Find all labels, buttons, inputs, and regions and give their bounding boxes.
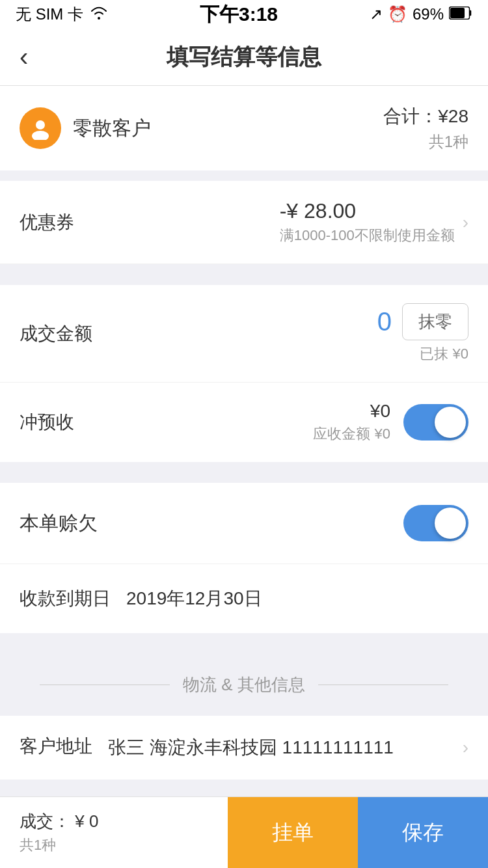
bottom-info: 成交： ¥ 0 共1种 xyxy=(0,810,228,855)
pre-received-toggle[interactable] xyxy=(403,404,468,441)
deal-label: 成交： xyxy=(20,811,70,831)
deal-amount: ¥ 0 xyxy=(75,811,98,831)
amount-row-inner: 0 抹零 xyxy=(314,303,468,340)
total-amount: 合计：¥28 xyxy=(383,104,468,129)
hold-label: 挂单 xyxy=(272,819,314,847)
pre-sub-amount: 应收金额 ¥0 xyxy=(313,424,390,444)
pre-received-label: 冲预收 xyxy=(20,410,74,435)
save-button[interactable]: 保存 xyxy=(358,797,488,869)
status-left: 无 SIM 卡 xyxy=(16,4,108,25)
content-area: 零散客户 合计：¥28 共1种 优惠券 -¥ 28.00 满1000-100不限… xyxy=(0,86,488,868)
pre-received-row: 冲预收 ¥0 应收金额 ¥0 xyxy=(0,383,488,462)
coupon-info: -¥ 28.00 满1000-100不限制使用金额 xyxy=(280,199,455,245)
location-icon: ↗ xyxy=(370,5,383,23)
back-button[interactable]: ‹ xyxy=(20,42,28,72)
due-date-label: 收款到期日 xyxy=(20,586,111,611)
battery-text: 69% xyxy=(413,5,444,23)
customer-name: 零散客户 xyxy=(73,115,151,142)
hold-button[interactable]: 挂单 xyxy=(228,797,358,869)
transaction-row: 成交金额 0 抹零 已抹 ¥0 xyxy=(0,285,488,383)
coupon-section[interactable]: 优惠券 -¥ 28.00 满1000-100不限制使用金额 › xyxy=(0,181,488,264)
divider-1 xyxy=(0,275,488,285)
debt-row: 本单赊欠 xyxy=(0,483,488,563)
debt-label: 本单赊欠 xyxy=(20,510,98,537)
divider-3 xyxy=(0,644,488,654)
bottom-count: 共1种 xyxy=(20,835,208,855)
debt-toggle-knob xyxy=(435,508,466,539)
toggle-knob xyxy=(435,407,466,438)
coupon-right: -¥ 28.00 满1000-100不限制使用金额 › xyxy=(280,199,468,245)
due-date-value: 2019年12月30日 xyxy=(126,586,262,611)
logistics-label: 物流 & 其他信息 xyxy=(183,673,305,696)
customer-right: 合计：¥28 共1种 xyxy=(383,104,468,152)
customer-section: 零散客户 合计：¥28 共1种 xyxy=(0,86,488,170)
customer-left: 零散客户 xyxy=(20,107,151,149)
debt-toggle[interactable] xyxy=(403,505,468,541)
round-button[interactable]: 抹零 xyxy=(402,303,468,340)
chevron-right-icon: › xyxy=(463,212,468,233)
address-value: 张三 海淀永丰科技园 11111111111 xyxy=(108,734,394,761)
address-label: 客户地址 xyxy=(20,734,92,759)
coupon-amount: -¥ 28.00 xyxy=(280,199,455,223)
already-rounded: 已抹 ¥0 xyxy=(420,344,468,364)
svg-point-3 xyxy=(32,131,49,140)
due-date-row: 收款到期日 2019年12月30日 xyxy=(0,563,488,633)
divider-2 xyxy=(0,472,488,483)
transaction-value[interactable]: 0 xyxy=(314,307,392,336)
bottom-bar: 成交： ¥ 0 共1种 挂单 保存 xyxy=(0,796,488,868)
back-icon: ‹ xyxy=(20,42,28,71)
coupon-label: 优惠券 xyxy=(20,210,74,235)
svg-point-2 xyxy=(36,120,45,129)
battery-icon xyxy=(449,5,472,23)
avatar xyxy=(20,107,61,149)
no-sim-text: 无 SIM 卡 xyxy=(16,4,83,25)
address-section[interactable]: 客户地址 张三 海淀永丰科技园 11111111111 › xyxy=(0,716,488,780)
status-right: ↗ ⏰ 69% xyxy=(370,5,472,23)
debt-section: 本单赊欠 收款到期日 2019年12月30日 xyxy=(0,483,488,633)
nav-bar: ‹ 填写结算等信息 xyxy=(0,29,488,86)
pre-received-right: ¥0 应收金额 ¥0 xyxy=(313,401,468,444)
pre-main-amount: ¥0 xyxy=(313,401,390,422)
transaction-label: 成交金额 xyxy=(20,321,92,346)
coupon-row[interactable]: 优惠券 -¥ 28.00 满1000-100不限制使用金额 › xyxy=(0,181,488,264)
bottom-deal: 成交： ¥ 0 xyxy=(20,810,208,833)
svg-rect-1 xyxy=(450,8,465,18)
pre-amounts: ¥0 应收金额 ¥0 xyxy=(313,401,390,444)
wifi-icon xyxy=(90,5,108,23)
address-chevron-icon: › xyxy=(463,737,468,758)
status-time: 下午3:18 xyxy=(200,1,278,28)
coupon-sub: 满1000-100不限制使用金额 xyxy=(280,226,455,245)
transaction-right: 0 抹零 已抹 ¥0 xyxy=(314,303,468,364)
nav-title: 填写结算等信息 xyxy=(167,42,321,72)
address-left: 客户地址 张三 海淀永丰科技园 11111111111 xyxy=(20,734,394,761)
transaction-section: 成交金额 0 抹零 已抹 ¥0 冲预收 ¥0 应收金额 ¥0 xyxy=(0,285,488,462)
total-count: 共1种 xyxy=(383,131,468,152)
status-bar: 无 SIM 卡 下午3:18 ↗ ⏰ 69% xyxy=(0,0,488,29)
address-row[interactable]: 客户地址 张三 海淀永丰科技园 11111111111 › xyxy=(0,716,488,780)
save-label: 保存 xyxy=(402,819,444,847)
logistics-header: 物流 & 其他信息 xyxy=(0,654,488,716)
alarm-icon: ⏰ xyxy=(388,5,407,23)
